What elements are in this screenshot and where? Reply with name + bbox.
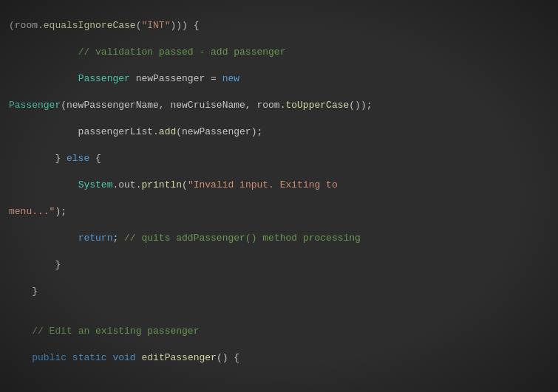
code-line: System.out.println("Invalid input. Exiti… [9,179,549,192]
code-line: (room.equalsIgnoreCase("INT"))) { [9,19,549,32]
code-line: // Edit an existing passenger [9,325,549,338]
code-area: (room.equalsIgnoreCase("INT"))) { // val… [0,0,558,392]
code-line: } [9,258,549,272]
code-editor: (room.equalsIgnoreCase("INT"))) { // val… [0,0,558,392]
code-line: return; // quits addPassenger() method p… [9,232,549,245]
code-line: passengerList.add(newPassenger); [9,125,549,139]
code-line: } [9,285,549,298]
code-line: } else { [9,152,549,165]
code-line: Passenger newPassenger = new [9,72,549,86]
code-line: menu..."); [9,205,549,219]
code-line: public static void editPassenger() { [9,351,549,365]
code-line: Passenger(newPassengerName, newCruiseNam… [9,99,549,112]
code-line: // validation passed - add passenger [9,46,549,59]
code-content[interactable]: (room.equalsIgnoreCase("INT"))) { // val… [0,0,558,392]
